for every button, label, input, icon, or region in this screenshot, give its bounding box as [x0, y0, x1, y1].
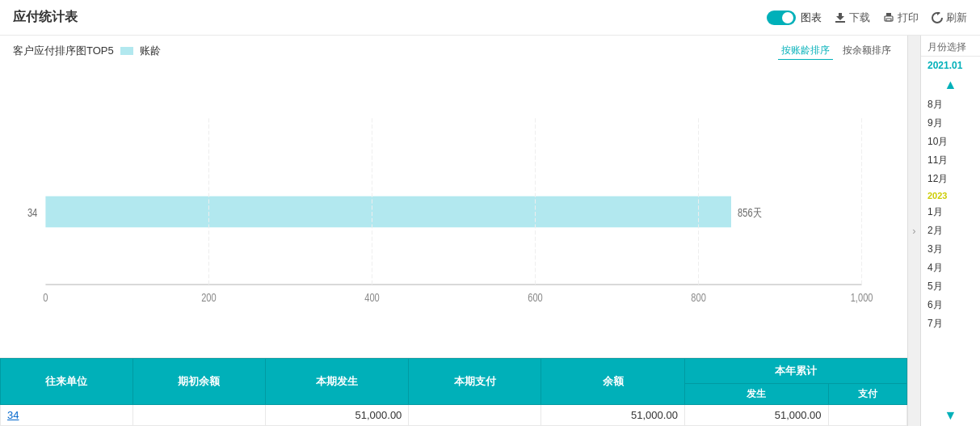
app-container: 应付统计表 图表 下载 打印 刷新	[0, 0, 980, 426]
scroll-down-button[interactable]: ▼	[921, 405, 980, 426]
chart-toggle-label: 图表	[801, 11, 822, 25]
download-icon	[835, 12, 846, 23]
scroll-up-button[interactable]: ▲	[921, 74, 980, 95]
svg-rect-2	[886, 13, 891, 16]
svg-rect-0	[835, 21, 845, 23]
page-title: 应付统计表	[13, 9, 78, 26]
svg-rect-5	[45, 196, 731, 228]
refresh-icon	[932, 12, 943, 23]
sidebar-month-item[interactable]: 2月	[921, 221, 980, 240]
sidebar-title: 月份选择	[921, 36, 980, 57]
sidebar-month-item[interactable]: 10月	[921, 133, 980, 151]
sidebar-current-month: 2021.01	[921, 57, 980, 74]
sidebar-month-item[interactable]: 6月	[921, 296, 980, 314]
chart-legend: 客户应付排序图TOP5 账龄	[13, 44, 161, 58]
sidebar-month-item[interactable]: 5月	[921, 277, 980, 296]
sort-by-balance-button[interactable]: 按余额排序	[839, 42, 894, 60]
svg-text:1,000: 1,000	[851, 290, 873, 304]
sidebar-month-item[interactable]: 11月	[921, 151, 980, 170]
sidebar-month-list: 8月9月10月11月12月20231月2月3月4月5月6月7月	[921, 95, 980, 405]
svg-text:0: 0	[43, 290, 48, 304]
legend-color-label: 账龄	[140, 44, 161, 58]
sidebar-month-item[interactable]: 7月	[921, 314, 980, 333]
download-button[interactable]: 下载	[835, 11, 870, 25]
chart-header: 客户应付排序图TOP5 账龄 按账龄排序 按余额排序	[0, 36, 907, 63]
sidebar-month-item[interactable]: 2023	[921, 188, 980, 203]
legend-text: 客户应付排序图TOP5	[13, 44, 114, 58]
col-nian-faqsheng: 发生	[684, 384, 828, 405]
sidebar-month-item[interactable]: 4月	[921, 259, 980, 277]
sidebar-month-item[interactable]: 12月	[921, 170, 980, 188]
cell-benfaqsheng: 51,000.00	[265, 405, 409, 426]
cell-benqizhifu	[409, 405, 541, 426]
table-area: 往来单位 期初余额 本期发生 本期支付 余额 本年累计 发生 支付	[0, 357, 907, 426]
chart-toggle-wrap: 图表	[767, 11, 822, 25]
sidebar-month-item[interactable]: 9月	[921, 114, 980, 133]
main-content: 客户应付排序图TOP5 账龄 按账龄排序 按余额排序 34	[0, 36, 980, 426]
svg-text:800: 800	[691, 290, 706, 304]
svg-text:34: 34	[27, 206, 37, 220]
sidebar-month-item[interactable]: 1月	[921, 203, 980, 221]
legend-color-box	[120, 47, 133, 55]
collapse-handle[interactable]: ›	[908, 36, 921, 426]
chart-toggle[interactable]	[767, 11, 796, 25]
chart-sort-buttons: 按账龄排序 按余额排序	[778, 42, 894, 60]
sidebar-panel: › 月份选择 2021.01 ▲ 8月9月10月11月12月20231月2月3月…	[907, 36, 980, 426]
summary-table: 往来单位 期初余额 本期发生 本期支付 余额 本年累计 发生 支付	[0, 358, 907, 426]
svg-text:200: 200	[201, 290, 217, 304]
cell-unit: 34	[1, 405, 133, 426]
sort-by-age-button[interactable]: 按账龄排序	[778, 42, 833, 60]
cell-nian-faqsheng: 51,000.00	[684, 405, 828, 426]
col-yue: 余额	[541, 359, 685, 405]
svg-text:400: 400	[364, 290, 380, 304]
header: 应付统计表 图表 下载 打印 刷新	[0, 0, 980, 36]
svg-text:856天: 856天	[738, 206, 762, 220]
col-benfaqsheng: 本期发生	[265, 359, 409, 405]
header-actions: 图表 下载 打印 刷新	[767, 11, 967, 25]
cell-nian-zhifu	[828, 405, 906, 426]
cell-yue: 51,000.00	[541, 405, 685, 426]
table-header-row: 往来单位 期初余额 本期发生 本期支付 余额 本年累计	[1, 359, 907, 384]
col-group-nian: 本年累计	[684, 359, 906, 384]
col-nian-zhifu: 支付	[828, 384, 906, 405]
col-benqizhifu: 本期支付	[409, 359, 541, 405]
cell-qichu	[132, 405, 265, 426]
chart-svg: 34 856天 0 200 400 600 800 1,000	[13, 66, 894, 357]
print-icon	[883, 12, 894, 23]
chart-wrapper: 34 856天 0 200 400 600 800 1,000	[0, 63, 907, 357]
svg-text:600: 600	[528, 290, 543, 304]
sidebar-month-item[interactable]: 8月	[921, 95, 980, 114]
svg-rect-3	[886, 19, 891, 21]
table-row: 34 51,000.00 51,000.00 51,000.00	[1, 405, 907, 426]
print-button[interactable]: 打印	[883, 11, 919, 25]
unit-link[interactable]: 34	[7, 409, 19, 421]
col-qichu: 期初余额	[132, 359, 265, 405]
col-unit: 往来单位	[1, 359, 133, 405]
sidebar-content: 月份选择 2021.01 ▲ 8月9月10月11月12月20231月2月3月4月…	[921, 36, 980, 426]
refresh-button[interactable]: 刷新	[932, 11, 967, 25]
sidebar-month-item[interactable]: 3月	[921, 240, 980, 259]
chart-area: 客户应付排序图TOP5 账龄 按账龄排序 按余额排序 34	[0, 36, 907, 426]
